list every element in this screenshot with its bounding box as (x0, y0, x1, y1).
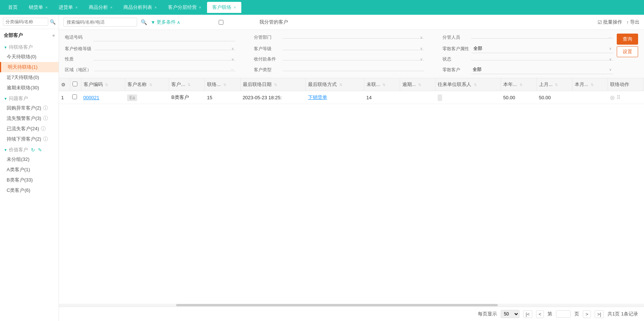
close-icon[interactable]: × (199, 5, 201, 10)
refresh-icon[interactable]: ↻ (31, 147, 35, 153)
sidebar-item-declining[interactable]: 持续下滑客户(2) ⓘ (0, 134, 59, 144)
chevron-down-icon: ∨ (420, 46, 423, 51)
row-uncontacted: 14 (364, 91, 400, 104)
phone-input[interactable] (94, 34, 235, 41)
row-this-month (572, 91, 608, 104)
edit-icon[interactable]: ✎ (38, 147, 42, 153)
sidebar-item-class-c[interactable]: C类客户(6) (0, 185, 59, 196)
close-icon[interactable]: × (234, 5, 236, 10)
sidebar-item-abnormal-repurchase[interactable]: 回购异常客户(2) ⓘ (0, 103, 59, 113)
row-last-contact-date: 2023-05-23 18:25: (240, 91, 305, 104)
customer-level-select[interactable]: ∨ (283, 48, 424, 50)
status-select[interactable]: ∨ (471, 58, 613, 61)
chevron-down-icon: ∨ (231, 57, 234, 61)
row-overdue (400, 91, 435, 104)
nav-sales-order[interactable]: 销货单 × (24, 2, 53, 13)
close-icon[interactable]: × (75, 5, 77, 10)
sort-icon: ⇅ (474, 83, 477, 87)
settings-icon[interactable]: ⚙ (61, 82, 66, 87)
first-page-button[interactable]: |< (523, 310, 532, 318)
sidebar-item-today-contact[interactable]: 今天待联络(0) (0, 52, 59, 62)
row-actions: ◎ ⠿ (608, 91, 644, 104)
customer-code-link[interactable]: 000021 (83, 95, 99, 100)
total-records: 共1页 1条记录 (608, 311, 638, 317)
retail-attr-select[interactable]: 全部 ∨ (472, 44, 613, 53)
table-header: ⚙ 客户编码 ⇅ 客户名称 ⇅ (59, 78, 644, 91)
nav-home[interactable]: 首页 (3, 2, 23, 13)
close-icon[interactable]: × (45, 5, 48, 10)
col-checkbox (70, 78, 81, 91)
triangle-icon: ▼ (4, 97, 7, 101)
checkbox-icon: ☑ (598, 20, 602, 25)
filter-row-1: 电话号码 分管部门 ∨ 分管人员 (65, 34, 613, 41)
close-icon[interactable]: × (110, 5, 112, 10)
nature-select[interactable]: ∨ (94, 58, 235, 61)
filter-status: 状态 ∨ (442, 56, 613, 62)
page-input[interactable]: 1 (556, 310, 571, 318)
search-input[interactable] (63, 18, 137, 27)
sidebar-item-class-b[interactable]: B类客户(33) (0, 175, 59, 185)
row-checkbox[interactable] (72, 94, 77, 99)
nav-purchase-order[interactable]: 进货单 × (53, 2, 83, 13)
close-icon[interactable]: × (154, 5, 157, 10)
sidebar-item-ungrouped[interactable]: 未分组(32) (0, 154, 59, 165)
last-contact-method-link[interactable]: 下销货单 (308, 94, 327, 100)
sidebar-all-customers[interactable]: 全部客户 « (0, 29, 59, 42)
my-customers-checkbox[interactable] (184, 20, 258, 25)
filter-customer-level: 客户等级 ∨ (254, 46, 424, 52)
export-button[interactable]: ↑ 导出 (627, 19, 640, 25)
sort-icon: ⇅ (591, 83, 594, 87)
settings-button[interactable]: 设置 (617, 46, 638, 57)
nav-customer-contact[interactable]: 客户联络 × (207, 2, 241, 13)
nav-product-analysis-list[interactable]: 商品分析列表 × (118, 2, 162, 13)
next-page-button[interactable]: > (583, 310, 591, 318)
filter-row-3: 性质 ∨ 收付款条件 ∨ (65, 56, 613, 62)
chevron-down-icon: ∨ (420, 57, 423, 61)
search-icon[interactable]: 🔍 (50, 19, 56, 25)
sidebar-item-churn-warning[interactable]: 流失预警客户(3) ⓘ (0, 113, 59, 124)
category-search-input[interactable] (3, 18, 48, 26)
col-settings: ⚙ (59, 78, 70, 91)
sidebar-item-churned[interactable]: 已流失客户(24) ⓘ (0, 124, 59, 134)
col-uncontacted: 未联... ⇅ (364, 78, 400, 91)
filter-retail-attr: 零散客户属性 全部 ∨ (442, 44, 613, 53)
collapse-icon: « (52, 33, 55, 38)
batch-operation-button[interactable]: ☑ 批量操作 (598, 19, 622, 25)
sidebar-item-class-a[interactable]: A类客户(1) (0, 165, 59, 175)
filter-bar: 🔍 ▼ 更多条件 ∧ 我分管的客户 ☑ 批量操作 ↑ 导出 (59, 15, 644, 30)
page-size-select[interactable]: 50 100 200 (501, 310, 519, 318)
page-label: 第 (547, 311, 552, 317)
dept-select[interactable]: ∨ (283, 36, 424, 39)
search-button[interactable]: 🔍 (141, 19, 147, 25)
chevron-up-icon: ∧ (177, 20, 181, 25)
select-all-checkbox[interactable] (73, 82, 77, 86)
manager-select[interactable]: ··· (471, 36, 613, 39)
sidebar-item-overdue-contact[interactable]: 逾期未联络(30) (0, 83, 59, 93)
payment-select[interactable]: ∨ (283, 58, 424, 61)
last-page-button[interactable]: >| (595, 310, 604, 318)
horizontal-scrollbar[interactable] (59, 304, 644, 307)
col-this-year: 本年... ⇅ (501, 78, 537, 91)
price-level-select[interactable]: ∨ (94, 48, 235, 50)
query-button[interactable]: 查询 (617, 34, 638, 45)
row-contact-person (435, 91, 501, 104)
more-icon: ··· (231, 68, 234, 72)
sidebar-item-7day-contact[interactable]: 近7天待联络(0) (0, 72, 59, 83)
chevron-down-icon: ∨ (420, 35, 423, 39)
more-conditions-button[interactable]: ▼ 更多条件 ∧ (151, 19, 181, 25)
sidebar-item-tomorrow-contact[interactable]: 明天待联络(1) (0, 62, 59, 72)
filter-bar-actions: ☑ 批量操作 ↑ 导出 (598, 19, 640, 25)
row-name: Ea (125, 91, 169, 104)
retail-customer-select[interactable]: 全部 ∨ (471, 65, 613, 74)
contact-action-icon[interactable]: ◎ (610, 94, 615, 100)
region-select[interactable]: ··· (94, 69, 235, 71)
nav-customer-tiered[interactable]: 客户分层经营 × (163, 2, 206, 13)
more-action-icon[interactable]: ⠿ (617, 94, 620, 100)
nav-product-analysis[interactable]: 商品分析 × (84, 2, 118, 13)
col-last-month: 上月... ⇅ (536, 78, 572, 91)
customer-type-select[interactable] (283, 69, 424, 71)
chevron-down-icon: ∨ (609, 46, 612, 51)
prev-page-button[interactable]: < (536, 310, 544, 318)
triangle-icon: ▼ (4, 148, 7, 152)
chevron-down-icon: ∨ (609, 68, 612, 72)
